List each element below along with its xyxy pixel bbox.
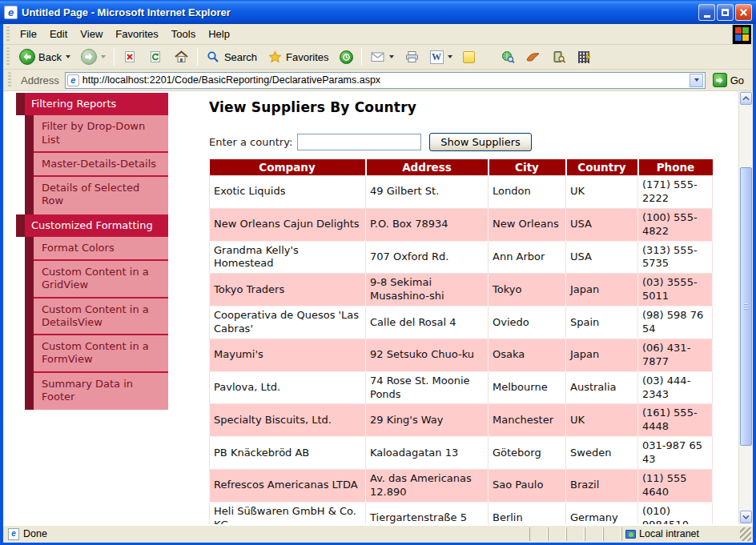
toolbar-gripper[interactable]: [6, 47, 10, 66]
messenger-addon-button[interactable]: [573, 47, 597, 67]
column-header[interactable]: Company: [210, 159, 366, 176]
sidebar-item[interactable]: Details of Selected Row: [34, 177, 168, 214]
table-cell: Australia: [566, 371, 638, 404]
research-button[interactable]: [496, 47, 521, 67]
sidebar-item[interactable]: Custom Content in a FormView: [34, 335, 168, 373]
table-cell: (11) 555 4640: [638, 470, 713, 503]
back-button[interactable]: Back: [14, 46, 75, 67]
chevron-up-icon: [742, 96, 750, 101]
binary-bolt-icon: [577, 50, 593, 65]
back-dropdown-icon[interactable]: [66, 55, 70, 58]
table-cell: Japan: [566, 274, 638, 307]
sidebar-item[interactable]: Custom Content in a DetailsView: [34, 299, 168, 336]
stop-icon: [123, 50, 138, 65]
column-header[interactable]: Phone: [638, 159, 713, 176]
refresh-button[interactable]: [143, 47, 168, 67]
home-button[interactable]: [169, 47, 194, 67]
table-row: Grandma Kelly's Homestead707 Oxford Rd.A…: [210, 241, 713, 274]
sidebar-group-label: Customized Formatting: [25, 214, 168, 237]
country-input[interactable]: [297, 134, 421, 150]
menu-help[interactable]: Help: [202, 25, 236, 43]
status-text: Done: [23, 528, 47, 539]
notes-icon: [463, 51, 475, 63]
column-header[interactable]: City: [489, 159, 566, 176]
vertical-scrollbar[interactable]: [738, 91, 753, 524]
table-cell: USA: [566, 241, 638, 274]
address-gripper[interactable]: [8, 72, 11, 89]
menu-file[interactable]: File: [14, 25, 43, 43]
security-zone-pane: Local intranet: [621, 527, 740, 541]
address-dropdown-button[interactable]: [690, 74, 703, 87]
show-suppliers-button[interactable]: Show Suppliers: [429, 133, 532, 151]
window-frame: File Edit View Favorites Tools Help Back: [0, 24, 756, 545]
nav-indent-block: [16, 214, 25, 237]
toolbar-separator: [114, 48, 115, 66]
menu-favorites[interactable]: Favorites: [109, 25, 164, 43]
page-content: Filtering ReportsFilter by Drop-Down Lis…: [3, 91, 753, 524]
address-input[interactable]: e http://localhost:2201/Code/BasicReport…: [65, 72, 706, 89]
mail-dropdown-icon[interactable]: [389, 55, 394, 58]
print-icon: [404, 50, 420, 65]
sidebar-group: Customized FormattingFormat ColorsCustom…: [16, 214, 168, 411]
maximize-button[interactable]: [717, 4, 734, 21]
edit-with-word-button[interactable]: W: [425, 48, 457, 66]
scroll-down-button[interactable]: [740, 511, 752, 523]
table-cell: 74 Rose St. Moonie Ponds: [366, 371, 489, 404]
table-cell: Tiergartenstraße 5: [366, 502, 489, 524]
research-book-button[interactable]: [547, 47, 572, 67]
history-button[interactable]: [335, 48, 358, 66]
sidebar-item[interactable]: Master-Details-Details: [34, 153, 168, 177]
status-pane: [566, 527, 585, 541]
table-row: Specialty Biscuits, Ltd.29 King's WayMan…: [210, 404, 713, 437]
sidebar-item[interactable]: Filter by Drop-Down List: [34, 115, 168, 153]
stop-button[interactable]: [118, 47, 143, 67]
menu-edit[interactable]: Edit: [43, 25, 74, 43]
close-button[interactable]: [735, 4, 752, 21]
word-icon: W: [430, 50, 444, 64]
favorites-button[interactable]: Favorites: [263, 47, 333, 67]
main-panel: View Suppliers By Country Enter a countr…: [209, 98, 729, 524]
suppliers-table-body: Exotic Liquids49 Gilbert St.LondonUK(171…: [210, 176, 713, 525]
table-cell: Ann Arbor: [489, 241, 566, 274]
sidebar-group-items: Filter by Drop-Down ListMaster-Details-D…: [25, 115, 168, 214]
edit-dropdown-icon[interactable]: [448, 55, 452, 58]
favorites-label: Favorites: [286, 51, 328, 63]
sidebar-group-header[interactable]: Filtering Reports: [16, 93, 168, 115]
table-cell: Av. das Americanas 12.890: [366, 470, 489, 503]
table-cell: Osaka: [489, 339, 566, 371]
scroll-up-button[interactable]: [740, 92, 752, 105]
zone-label: Local intranet: [639, 528, 699, 539]
sidebar-item[interactable]: Format Colors: [34, 237, 168, 261]
discuss-button[interactable]: [458, 49, 480, 66]
resize-grip[interactable]: [740, 527, 751, 541]
forward-dropdown-icon[interactable]: [101, 55, 106, 58]
column-header[interactable]: Country: [566, 159, 638, 176]
table-row: Tokyo Traders9-8 Sekimai Musashino-shiTo…: [210, 274, 713, 307]
menu-view[interactable]: View: [74, 25, 109, 43]
menu-gripper[interactable]: [6, 26, 10, 42]
fox-icon: [526, 50, 541, 65]
table-cell: Pavlova, Ltd.: [210, 371, 366, 404]
sidebar-menu: Filtering ReportsFilter by Drop-Down Lis…: [16, 93, 168, 410]
sidebar-item[interactable]: Summary Data in Footer: [34, 373, 168, 411]
column-header[interactable]: Address: [366, 159, 489, 176]
snagit-button[interactable]: [521, 47, 546, 67]
table-cell: Tokyo Traders: [210, 274, 366, 307]
table-cell: PB Knäckebröd AB: [210, 437, 366, 470]
print-button[interactable]: [400, 47, 424, 67]
sidebar-group-header[interactable]: Customized Formatting: [16, 214, 168, 237]
mail-icon: [370, 50, 385, 65]
search-button[interactable]: Search: [201, 47, 262, 67]
scrollbar-thumb[interactable]: [740, 167, 752, 446]
menu-tools[interactable]: Tools: [165, 25, 202, 43]
table-cell: (03) 3555-5011: [638, 274, 713, 307]
search-label: Search: [224, 51, 257, 63]
table-cell: (06) 431-7877: [638, 339, 713, 371]
mail-button[interactable]: [365, 47, 399, 67]
sidebar-item[interactable]: Custom Content in a GridView: [34, 261, 168, 299]
minimize-button[interactable]: [698, 4, 715, 21]
chevron-down-icon: [742, 515, 750, 519]
forward-button[interactable]: [76, 46, 111, 67]
table-cell: Sao Paulo: [489, 470, 566, 503]
go-button[interactable]: Go: [710, 71, 750, 89]
